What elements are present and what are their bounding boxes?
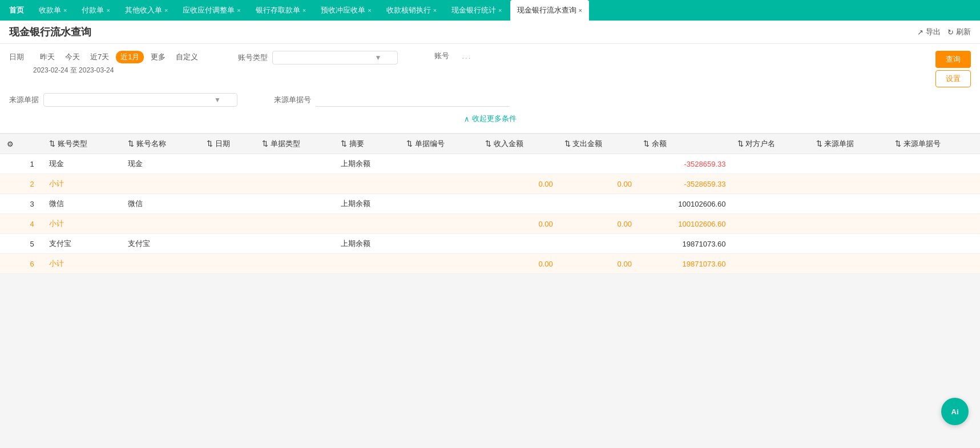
row-source-doc-no [889,154,980,174]
row-summary: 上期余额 [335,194,401,214]
nav-tab-receipts[interactable]: 收款单 × [32,0,74,21]
tab-close-icon[interactable]: × [237,0,240,21]
row-summary: 上期余额 [335,154,401,174]
tab-close-icon[interactable]: × [368,0,371,21]
nav-tab-verify[interactable]: 收款核销执行 × [380,0,443,21]
row-doc-type [256,234,335,254]
row-income [479,154,558,174]
nav-tab-other-income[interactable]: 其他收入单 × [118,0,175,21]
source-doc-no-input[interactable] [316,93,510,107]
col-gear: ⚙ [0,134,21,154]
row-gear-cell [0,154,21,174]
tab-close-icon[interactable]: × [63,0,67,21]
col-account-type: ⇅ 账号类型 [43,134,122,154]
filter-area: 日期 昨天 今天 近7天 近1月 更多 自定义 2023-02-24 至 202… [0,44,980,134]
nav-tab-adjustment[interactable]: 应收应付调整单 × [176,0,247,21]
query-button[interactable]: 查询 [935,51,971,68]
nav-tab-cashflow[interactable]: 现金银行流水查询 × [510,0,589,21]
row-expense [559,154,638,174]
source-doc-select[interactable]: ▼ [43,93,237,107]
table-row: 1 现金 现金 上期余额 -3528659.33 [0,154,980,174]
shortcut-custom[interactable]: 自定义 [172,51,201,63]
row-account-type: 小计 [43,254,122,274]
col-doc-no: ⇅ 单据编号 [401,134,479,154]
row-income [479,234,558,254]
row-account-name [122,214,201,234]
page-header: 现金银行流水查询 ↗ 导出 ↻ 刷新 [0,21,980,44]
shortcut-more[interactable]: 更多 [147,51,169,63]
row-account-type: 小计 [43,174,122,194]
tab-label: 付款单 [82,0,104,21]
table-body: 1 现金 现金 上期余额 -3528659.33 2 小计 0.00 0.00 … [0,154,980,274]
row-date [201,194,256,214]
row-doc-no [401,234,479,254]
row-counterpart [732,234,810,254]
export-icon: ↗ [917,28,923,37]
nav-tab-bank-deposit[interactable]: 银行存取款单 × [249,0,313,21]
row-num: 6 [21,254,43,274]
row-balance: 19871073.60 [638,254,732,274]
row-income: 0.00 [479,254,558,274]
tab-close-icon[interactable]: × [106,0,110,21]
row-source-doc [810,254,889,274]
shortcut-1month[interactable]: 近1月 [116,51,144,63]
shortcut-yesterday[interactable]: 昨天 [37,51,58,63]
row-doc-type [256,194,335,214]
row-num: 5 [21,234,43,254]
home-label: 首页 [9,0,24,21]
row-account-name [122,254,201,274]
row-account-type: 微信 [43,194,122,214]
row-income: 0.00 [479,214,558,234]
chevron-down-icon: ▼ [375,54,382,62]
nav-tab-payments[interactable]: 付款单 × [75,0,116,21]
refresh-button[interactable]: ↻ 刷新 [947,27,971,37]
export-button[interactable]: ↗ 导出 [917,27,941,37]
row-num: 2 [21,174,43,194]
header-actions: ↗ 导出 ↻ 刷新 [917,27,971,37]
row-account-type: 支付宝 [43,234,122,254]
tab-close-icon[interactable]: × [498,0,502,21]
row-account-type: 现金 [43,154,122,174]
row-source-doc [810,154,889,174]
row-source-doc-no [889,174,980,194]
refresh-icon: ↻ [947,28,954,37]
row-gear-cell [0,214,21,234]
tab-close-icon[interactable]: × [164,0,168,21]
account-type-select[interactable]: ▼ [272,51,398,64]
row-account-type: 小计 [43,214,122,234]
tab-close-icon[interactable]: × [433,0,437,21]
settings-button[interactable]: 设置 [935,70,971,87]
row-source-doc [810,234,889,254]
row-counterpart [732,194,810,214]
collapse-bar[interactable]: ∧ 收起更多条件 [9,111,971,126]
tab-label: 应收应付调整单 [183,0,235,21]
row-doc-no [401,214,479,234]
row-summary [335,174,401,194]
row-date [201,214,256,234]
account-dots-button[interactable]: ... [462,52,471,60]
collapse-label: 收起更多条件 [472,114,517,124]
row-doc-type [256,154,335,174]
gear-icon[interactable]: ⚙ [7,140,14,148]
account-type-label: 账号类型 [238,53,268,63]
chevron-down-icon-2: ▼ [214,96,221,104]
nav-home[interactable]: 首页 [2,0,31,21]
col-balance: ⇅ 余额 [638,134,732,154]
row-gear-cell [0,174,21,194]
nav-tab-stats[interactable]: 现金银行统计 × [445,0,509,21]
tab-close-icon[interactable]: × [303,0,306,21]
table-row: 3 微信 微信 上期余额 100102606.60 [0,194,980,214]
shortcut-7days[interactable]: 近7天 [87,51,112,63]
account-label: 账号 [434,51,457,61]
row-doc-no [401,154,479,174]
shortcut-today[interactable]: 今天 [62,51,83,63]
page-title: 现金银行流水查询 [9,25,91,39]
nav-tab-prepay[interactable]: 预收冲应收单 × [314,0,378,21]
tab-label: 银行存取款单 [256,0,300,21]
tab-label: 收款核销执行 [386,0,431,21]
row-date [201,254,256,274]
table-row: 2 小计 0.00 0.00 -3528659.33 [0,174,980,194]
tab-close-icon[interactable]: × [579,0,582,21]
row-expense [559,234,638,254]
row-source-doc [810,194,889,214]
